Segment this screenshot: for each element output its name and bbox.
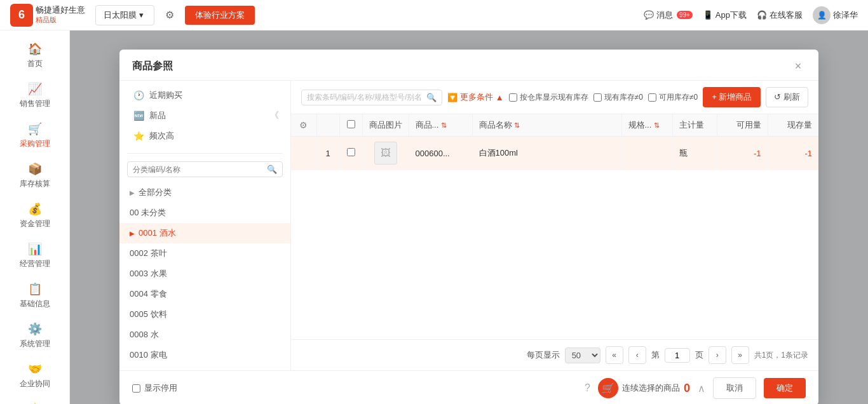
help-icon[interactable]: ? [585,382,590,394]
tab-frequent[interactable]: ⭐ 频次高 [127,126,266,145]
sidebar-item-purchase[interactable]: 🛒 采购管理 [0,116,69,156]
show-disabled-input[interactable] [132,384,140,393]
cart-label: 连续选择的商品 [622,382,680,394]
footer-collapse-icon[interactable]: ∧ [698,382,705,394]
category-item-uncategorized[interactable]: 00 未分类 [119,203,290,223]
last-page-button[interactable]: » [731,346,749,364]
td-unit-0: 瓶 [672,137,717,170]
sidebar-item-enterprise[interactable]: 🤝 企业协同 [0,356,69,396]
tab-recent-purchase[interactable]: 🕐 近期购买 [127,86,266,105]
table-row[interactable]: 1 🖼 000600... 白酒100ml 瓶 -1 -1 [291,137,818,170]
purchase-icon: 🛒 [28,122,42,136]
category-item-all[interactable]: ▶ 全部分类 [119,182,290,203]
settings-icon[interactable]: ⚙ [159,5,180,25]
category-item-snack[interactable]: 0004 零食 [119,284,290,304]
modal-overlay: 商品参照 × 🕐 近期购买 [70,30,868,404]
experience-button[interactable]: 体验行业方案 [185,6,255,25]
sort-icon-spec[interactable]: ⇅ [654,121,660,129]
sidebar-item-sales[interactable]: 📈 销售管理 [0,76,69,116]
finance-icon: 💰 [28,202,42,216]
prev-page-button[interactable]: ‹ [628,346,646,364]
user-profile-item[interactable]: 👤 徐泽华 [813,6,858,24]
next-page-button[interactable]: › [709,346,726,364]
column-settings-icon[interactable]: ⚙ [299,120,308,130]
logo-icon: 6 [10,4,33,27]
checkbox-stock-not-zero-input[interactable] [593,93,602,102]
enterprise-icon: 🤝 [28,362,42,376]
select-all-checkbox[interactable] [347,120,355,128]
td-num-0: 1 [316,137,339,170]
modal-header: 商品参照 × [119,50,818,81]
th-spec-label: 规格... [628,120,652,130]
sidebar-label-finance: 资金管理 [20,219,50,229]
more-filters-button[interactable]: 🔽 更多条件 ▲ [447,91,504,103]
add-product-button[interactable]: + 新增商品 [703,87,761,107]
td-name-0: 白酒100ml [472,137,621,170]
sidebar-item-home[interactable]: 🏠 首页 [0,36,69,76]
checkbox-avail-not-zero-input[interactable] [648,93,656,102]
pagination: 每页显示 50 10 20 100 « ‹ 第 页 [291,339,818,370]
category-item-water[interactable]: 0008 水 [119,325,290,345]
checkbox-stock-warehouse-input[interactable] [509,93,517,102]
first-page-button[interactable]: « [606,346,623,364]
td-avail-0: -1 [717,137,768,170]
checkbox-avail-not-zero[interactable]: 可用库存≠0 [648,92,698,103]
online-service-item[interactable]: 🎧 在线客服 [757,10,803,21]
category-item-liquor[interactable]: ▶ 0001 酒水 [119,223,290,243]
sidebar-item-guide[interactable]: 🌟 新手引导 [0,396,69,404]
sort-icon-name[interactable]: ⇅ [514,121,520,129]
category-item-fruit[interactable]: 0003 水果 [119,264,290,284]
category-item-appliance[interactable]: 0010 家电 [119,345,290,365]
sidebar-label-sales: 销售管理 [20,98,50,109]
refresh-button[interactable]: ↺ 刷新 [766,87,808,107]
messages-label: 消息 [656,10,673,21]
inventory-icon: 📦 [28,162,42,176]
modal-toolbar: 🔍 🔽 更多条件 ▲ 按仓库显示现有库存 [291,81,818,114]
checkbox-stock-warehouse-label: 按仓库显示现有库存 [520,92,588,103]
page-label: 第 [651,349,660,361]
confirm-button[interactable]: 确定 [764,378,806,398]
category-item-drink[interactable]: 0005 饮料 [119,304,290,325]
sidebar-item-inventory[interactable]: 📦 库存核算 [0,156,69,196]
sidebar-item-finance[interactable]: 💰 资金管理 [0,196,69,236]
td-settings-0 [291,137,316,170]
sort-icon-code[interactable]: ⇅ [441,121,447,129]
page-size-label: 每页显示 [527,349,560,361]
messages-badge: 99+ [677,11,693,19]
sidebar-label-purchase: 采购管理 [20,138,50,149]
tab-new-products[interactable]: 🆕 新品 [127,106,266,125]
category-label-drink: 0005 饮料 [130,309,167,320]
checkbox-show-stock-by-warehouse[interactable]: 按仓库显示现有库存 [509,92,588,103]
th-stock: 现存量 [768,114,818,137]
sidebar-item-system[interactable]: ⚙️ 系统管理 [0,316,69,356]
messages-item[interactable]: 💬 消息 99+ [644,10,693,21]
store-dropdown[interactable]: 日太阳膜 ▾ [95,5,154,25]
filter-arrow-icon: ▲ [496,93,504,102]
cancel-button[interactable]: 取消 [713,377,756,399]
left-panel-collapse-button[interactable]: 《 [266,106,283,125]
message-icon: 💬 [644,10,654,20]
sidebar-item-business[interactable]: 📊 经营管理 [0,236,69,276]
checkbox-stock-not-zero[interactable]: 现有库存≠0 [593,92,643,103]
td-image-0: 🖼 [362,137,409,170]
modal-title: 商品参照 [132,60,173,73]
category-label-tea: 0002 茶叶 [130,248,167,259]
table-header-row: ⚙ 商品图片 商品... [291,114,818,137]
online-service-label: 在线客服 [770,10,803,21]
category-search-input[interactable] [133,165,263,174]
category-label-snack: 0004 零食 [130,288,167,300]
row-checkbox-0[interactable] [347,148,355,156]
page-number-input[interactable] [665,348,690,363]
page-size-select[interactable]: 50 10 20 100 [565,347,600,363]
checkbox-avail-not-zero-label: 可用库存≠0 [659,92,698,103]
td-spec-0 [621,137,672,170]
sidebar-item-base-info[interactable]: 📋 基础信息 [0,276,69,316]
category-item-tea[interactable]: 0002 茶叶 [119,243,290,264]
product-search-input[interactable] [307,93,423,102]
app-download-label: App下载 [715,10,747,21]
category-label-uncategorized: 00 未分类 [130,207,166,219]
navbar: 6 畅捷通好生意 精品版 日太阳膜 ▾ ⚙ 体验行业方案 💬 消息 99+ 📱 … [0,0,868,30]
modal-close-button[interactable]: × [790,58,806,74]
show-disabled-checkbox[interactable]: 显示停用 [132,382,177,394]
app-download-item[interactable]: 📱 App下载 [703,10,747,21]
